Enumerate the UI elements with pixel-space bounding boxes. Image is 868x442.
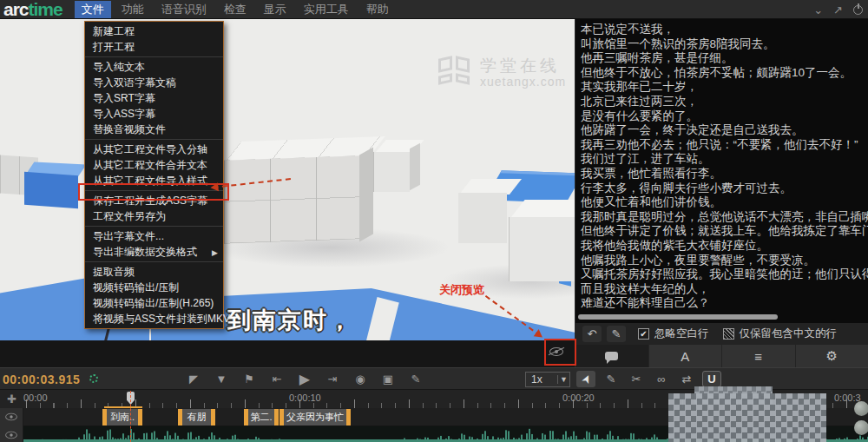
- file-menu-item[interactable]: 视频转码输出/压制 ▶: [85, 280, 223, 295]
- menu-item[interactable]: 检查: [217, 1, 253, 18]
- text-line[interactable]: 是没有什么要紧的了。: [581, 109, 868, 124]
- subtitle-block[interactable]: 到南..: [102, 409, 142, 426]
- snapshot-icon[interactable]: ◉: [353, 373, 367, 386]
- horizontal-scrollbar[interactable]: [578, 314, 778, 320]
- text-line[interactable]: 而且我这样大年纪的人，: [581, 282, 868, 297]
- status-dot-icon: [89, 374, 98, 383]
- undo-button[interactable]: ↶: [582, 326, 602, 342]
- file-menu-list: 新建工程 ▶ 打开工程 ▶ 导入纯文本 ▶ 导入双语字幕文稿 ▶: [85, 23, 223, 327]
- subtitle-track-eye-icon[interactable]: [5, 413, 17, 421]
- tab-settings[interactable]: ⚙: [796, 345, 868, 367]
- menu-item[interactable]: 文件: [75, 1, 111, 18]
- subtitle-block[interactable]: 有朋: [178, 409, 215, 426]
- text-line[interactable]: 我将他给我做的紫毛大衣铺好座位。: [581, 239, 868, 254]
- text-line[interactable]: 本已说定不送我，: [581, 23, 868, 37]
- file-menu-item[interactable]: 新建工程 ▶: [85, 23, 223, 39]
- power-icon[interactable]: [853, 5, 863, 15]
- text-line[interactable]: 我买票，他忙着照看行李。: [581, 167, 868, 181]
- text-line[interactable]: 北京已来往过两三次，: [581, 95, 868, 109]
- text-line[interactable]: 但他终于不放心，怕茶房不妥帖；颇踌躇10了一会。: [581, 66, 868, 81]
- watermark-text-cn: 学堂在线: [480, 57, 566, 75]
- file-menu-item[interactable]: 保存工程并生成ASS字幕 ▶: [85, 193, 223, 208]
- text-line[interactable]: 行李太多，得向脚夫行些小费才可过去。: [581, 181, 868, 196]
- move-down-icon[interactable]: ▼: [214, 373, 228, 386]
- subtitle-text-panel: 本已说定不送我，叫旅馆里一个熟识的茶房8陪我同去。他再三嘱咐茶房，甚是仔细。但他…: [575, 19, 868, 367]
- file-menu-item[interactable]: 导入SRT字幕 ▶: [85, 90, 223, 106]
- file-menu-item[interactable]: 替换音视频文件 ▶: [85, 122, 223, 140]
- file-menu-item[interactable]: 将视频与ASS文件封装到MKV ▶: [85, 311, 223, 327]
- edit-button[interactable]: ✎: [607, 326, 626, 342]
- text-line[interactable]: 其实我那年已二十岁，: [581, 80, 868, 95]
- text-line[interactable]: 我再三劝他不必去；他只说：“不要紧，他们去不好！”: [581, 138, 868, 153]
- cut-tool[interactable]: ✂: [627, 371, 646, 387]
- ruler-pin-icon[interactable]: ✚: [7, 393, 16, 406]
- text-line[interactable]: 我们过了江，进了车站。: [581, 152, 868, 167]
- file-menu-item[interactable]: 从其它工程文件导入分轴 ▶: [85, 142, 223, 157]
- menu-item[interactable]: 功能: [115, 1, 151, 18]
- file-menu-item[interactable]: 视频转码输出/压制(H.265) ▶: [85, 295, 223, 311]
- bookmark-icon[interactable]: ▣: [381, 373, 395, 386]
- ruler-label: 0:00:10: [289, 393, 321, 403]
- tab-styles[interactable]: A: [649, 345, 723, 367]
- link-tool[interactable]: ∞: [652, 371, 671, 387]
- speed-value: 1x: [526, 373, 557, 386]
- file-menu-item[interactable]: 导入纯文本 ▶: [85, 59, 223, 75]
- chat-bubble-icon: [605, 352, 618, 360]
- keep-chinese-checkbox[interactable]: [723, 328, 734, 340]
- speed-select[interactable]: 1x▼: [525, 372, 570, 387]
- jump-end-icon[interactable]: ⇥: [326, 373, 339, 386]
- prev-region-icon[interactable]: ◤: [187, 373, 201, 386]
- tab-list[interactable]: ≡: [722, 345, 796, 367]
- tab-subtitles[interactable]: [575, 345, 649, 367]
- maximize-icon[interactable]: ↗: [833, 3, 843, 16]
- subtitle-block[interactable]: 第二.: [244, 409, 279, 426]
- swap-tool[interactable]: ⇄: [677, 371, 696, 387]
- scroll-knob[interactable]: [854, 420, 868, 435]
- close-preview-label: 关闭预览: [439, 282, 484, 298]
- file-menu-item[interactable]: 打开工程 ▶: [85, 39, 223, 57]
- file-menu-item[interactable]: 导入ASS字幕 ▶: [85, 106, 223, 122]
- white-cube: [410, 143, 420, 190]
- track-gutter: [0, 408, 23, 442]
- file-menu-item[interactable]: 导出非编数据交换格式 ▶: [85, 244, 223, 262]
- file-menu-item[interactable]: 工程文件另存为 ▶: [85, 208, 223, 227]
- file-menu-item[interactable]: 从其它工程文件合并文本 ▶: [85, 157, 223, 173]
- scroll-knob[interactable]: [854, 401, 868, 416]
- jump-start-icon[interactable]: ⇤: [270, 373, 284, 386]
- file-menu-item-label: 从其它工程文件导入样式: [93, 175, 207, 187]
- text-line[interactable]: 我那时真是聪明过分，总觉他说话不大漂亮，非自己插嘴不可，: [581, 210, 868, 225]
- white-cube: [509, 217, 575, 281]
- text-line[interactable]: 难道还不能料理自己么？: [581, 296, 868, 311]
- flag-icon[interactable]: ⚑: [242, 373, 256, 386]
- text-line[interactable]: 他便又忙着和他们讲价钱。: [581, 195, 868, 210]
- play-icon[interactable]: ▶: [298, 371, 312, 387]
- text-lines[interactable]: 本已说定不送我，叫旅馆里一个熟识的茶房8陪我同去。他再三嘱咐茶房，甚是仔细。但他…: [581, 23, 868, 314]
- text-line[interactable]: 他嘱我路上小心，夜里要警醒些，不要受凉。: [581, 254, 868, 268]
- ignore-blank-checkbox[interactable]: ✔: [638, 328, 649, 340]
- waveform-track-eye-icon[interactable]: [5, 432, 17, 439]
- book-logo-icon: [438, 56, 473, 90]
- file-menu-item-label: 提取音频: [93, 266, 135, 278]
- file-menu-item[interactable]: 导入双语字幕文稿 ▶: [85, 75, 223, 90]
- menu-item[interactable]: 语音识别: [155, 1, 214, 18]
- menu-item[interactable]: 帮助: [359, 1, 396, 18]
- menu-item[interactable]: 实用工具: [297, 1, 356, 18]
- playhead-line: [130, 391, 131, 442]
- text-line[interactable]: 他踌躇了一会，终于决定还是自己送我去。: [581, 123, 868, 138]
- menu-item[interactable]: 显示: [257, 1, 293, 18]
- text-line[interactable]: 又嘱托茶房好好照应我。我心里暗笑他的迂；他们只认得钱，: [581, 267, 868, 282]
- file-menu-item[interactable]: 导出字幕文件... ▶: [85, 228, 223, 244]
- file-menu-item[interactable]: 提取音频 ▶: [85, 264, 223, 280]
- magnet-tool[interactable]: U: [702, 371, 721, 387]
- minimize-icon[interactable]: ⌄: [813, 3, 823, 16]
- subtitle-block[interactable]: 父亲因为事忙: [279, 409, 351, 426]
- toggle-preview-eye-icon[interactable]: [549, 347, 563, 356]
- annotate-icon[interactable]: ✎: [409, 373, 423, 386]
- pointer-tool[interactable]: ➤: [576, 371, 595, 387]
- text-line[interactable]: 叫旅馆里一个熟识的茶房8陪我同去。: [581, 37, 868, 52]
- text-line[interactable]: 但他终于讲定了价钱；就送我上车。他给我拣定了靠车门的一: [581, 224, 868, 239]
- file-menu-item[interactable]: 从其它工程文件导入样式 ▶: [85, 173, 223, 191]
- edit-tool[interactable]: ✎: [602, 371, 621, 387]
- text-line[interactable]: 他再三嘱咐茶房，甚是仔细。: [581, 51, 868, 66]
- ruler-label: 0:00:3: [834, 393, 861, 403]
